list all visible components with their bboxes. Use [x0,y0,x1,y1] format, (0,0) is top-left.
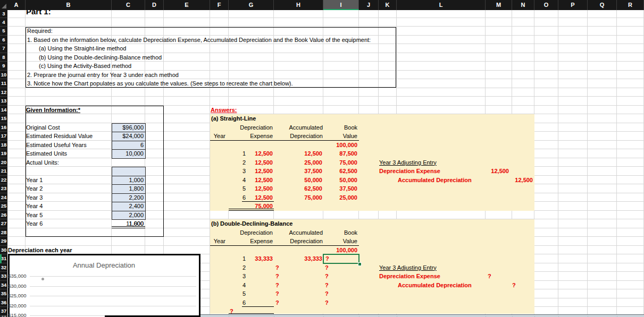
expense-cell[interactable]: 12,500 [229,158,273,167]
row-header-6[interactable]: 6 [0,36,7,45]
expense-cell[interactable]: ? [275,263,279,272]
column-header-B[interactable]: B [26,0,112,10]
column-header-L[interactable]: L [397,0,486,10]
given-label[interactable]: Year 3 [26,193,43,202]
expense-cell[interactable]: 33,333 [229,254,273,263]
row-header-5[interactable]: 5 [0,27,7,36]
column-header-O[interactable]: O [534,0,558,10]
column-header-M[interactable]: M [486,0,512,10]
year-cell[interactable]: 6 [242,298,246,307]
row-header-28[interactable]: 28 [0,228,7,237]
given-value[interactable]: 1,000 [112,176,144,185]
given-label[interactable]: Original Cost [26,123,60,132]
given-value[interactable]: 2,000 [112,211,144,220]
accumulated-cell[interactable]: ? [325,289,329,298]
row-header-18[interactable]: 18 [0,141,7,150]
accumulated-cell[interactable]: 12,500 [274,149,322,158]
given-label[interactable]: Year 6 [26,219,43,228]
row-header-37[interactable]: 37 [0,307,7,316]
given-label[interactable]: Year 2 [26,184,43,193]
expense-cell[interactable]: 12,500 [229,167,273,176]
row-header-32[interactable]: 32 [0,263,7,272]
given-value[interactable]: 2,400 [112,202,144,211]
row-header-30[interactable]: 30 [0,246,7,255]
required-line[interactable]: 2. Preprare the journal entry for Year 3… [27,71,179,80]
expense-cell[interactable]: 12,500 [229,149,273,158]
accumulated-cell[interactable]: 33,333 [274,254,322,263]
given-label[interactable]: Estimated Units [26,149,67,158]
row-header-13[interactable]: 13 [0,97,7,106]
opening-book-value[interactable]: 100,000 [323,246,357,255]
selection-fill-handle[interactable] [358,262,362,266]
book-value-cell[interactable]: 87,500 [323,149,357,158]
given-label[interactable]: Year 4 [26,202,43,211]
given-label[interactable]: Year 5 [26,211,43,220]
accumulated-cell[interactable]: ? [325,298,329,307]
expense-cell[interactable]: ? [275,281,279,290]
year-cell[interactable]: 5 [242,289,246,298]
year-cell[interactable]: 4 [242,281,246,290]
entry-credit-amount[interactable]: 12,500 [397,176,533,185]
required-line[interactable]: (c) Using the Activity-Based method [39,62,131,71]
total-expense[interactable]: 75,000 [229,202,273,211]
given-value[interactable]: 1,800 [112,184,144,193]
given-value[interactable]: $24,000 [112,132,144,141]
row-header-14[interactable]: 14 [0,106,7,115]
year-cell[interactable]: 3 [242,272,246,281]
accumulated-cell[interactable]: 50,000 [274,176,322,185]
row-header-21[interactable]: 21 [0,167,7,176]
row-header-10[interactable]: 10 [0,71,7,80]
row-header-4[interactable]: 4 [0,18,7,27]
column-header-J[interactable]: J [359,0,379,10]
straight_line-title[interactable]: (a) Straight-Line [211,114,256,123]
row-header-25[interactable]: 25 [0,202,7,211]
accumulated-cell[interactable]: ? [325,272,329,281]
column-header-D[interactable]: D [145,0,164,10]
expense-cell[interactable]: ? [275,289,279,298]
row-header-17[interactable]: 17 [0,132,7,141]
required-heading[interactable]: Required: [27,27,53,36]
row-header-35[interactable]: 35 [0,289,7,298]
required-line[interactable]: 3. Notice how the Chart populates as you… [27,79,293,88]
required-line[interactable]: 1. Based on the information below, calcu… [27,36,371,45]
accumulated-cell[interactable]: 25,000 [274,158,322,167]
select-all-corner[interactable] [0,0,7,10]
adjusting-entry-title[interactable]: Year 3 Adjusting Entry [379,158,437,167]
accumulated-cell[interactable]: 62,500 [274,184,322,193]
row-header-33[interactable]: 33 [0,272,7,281]
entry-credit-label[interactable]: Accumulated Depreciation [398,281,472,290]
embedded-chart[interactable]: Annual Depreciation $35,000$30,000$25,00… [8,254,200,317]
part-title[interactable]: Part 1: [26,10,132,17]
ddb-title[interactable]: (b) Double-Declining-Balance [211,219,292,228]
opening-book-value[interactable]: 100,000 [323,141,357,150]
required-line[interactable]: (a) Using the Straight-line method [39,44,126,53]
column-header-R[interactable]: R [617,0,644,10]
column-header-H[interactable]: H [274,0,323,10]
book-value-cell[interactable]: 50,000 [323,176,357,185]
expense-cell[interactable]: ? [275,298,279,307]
given-label[interactable]: Actual Units: [26,158,59,167]
row-header-19[interactable]: 19 [0,149,7,158]
row-header-29[interactable]: 29 [0,237,7,246]
accumulated-cell[interactable]: 75,000 [274,193,322,202]
column-header-I[interactable]: I [323,0,359,10]
accumulated-cell[interactable]: ? [325,263,329,272]
row-header-16[interactable]: 16 [0,123,7,132]
given-value[interactable]: 10,000 [112,149,144,158]
row-header-27[interactable]: 27 [0,219,7,228]
entry-debit-label[interactable]: Depreciation Expense [379,272,440,281]
column-header-Q[interactable]: Q [588,0,617,10]
accumulated-cell[interactable]: ? [325,281,329,290]
book-value-cell[interactable]: 62,500 [323,167,357,176]
entry-debit-amount[interactable]: ? [488,272,491,281]
row-header-20[interactable]: 20 [0,158,7,167]
year-cell[interactable]: 2 [242,263,246,272]
given-value[interactable]: $96,000 [112,123,144,132]
chart-section-label[interactable]: Depreciation each year [8,246,72,255]
given-value[interactable]: 6 [112,141,144,150]
column-header-F[interactable]: F [210,0,229,10]
given-label[interactable]: Year 1 [26,176,43,185]
expense-cell[interactable]: 12,500 [229,176,273,185]
book-value-cell[interactable]: 25,000 [323,193,357,202]
answers-label[interactable]: Answers: [211,106,237,115]
